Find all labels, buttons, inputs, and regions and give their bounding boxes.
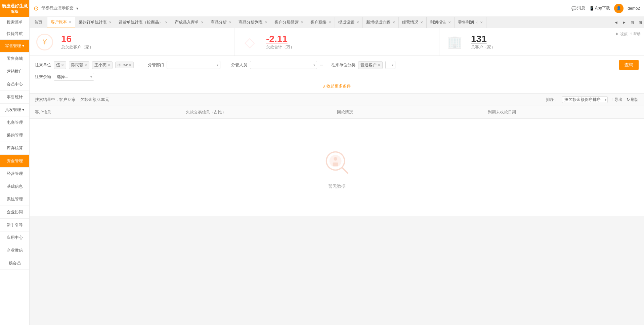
filter-tag-chen[interactable]: 陈民强 ✕ [69, 61, 89, 69]
stat-icon-debtors: ¥ [36, 34, 53, 50]
filter-person-wrapper [250, 61, 317, 69]
tab-close-new-promotion[interactable]: ✕ [392, 21, 395, 24]
tab-close-customer-segment[interactable]: ✕ [301, 21, 303, 24]
sidebar-logo: 畅捷通好生意 标版 [0, 0, 29, 17]
sidebar-item-retail-stats[interactable]: 零售统计 [0, 91, 29, 104]
tab-close-promotion-settings[interactable]: ✕ [356, 21, 359, 24]
filter-tag-wang[interactable]: 王小亮 ✕ [92, 61, 113, 69]
tab-product-analysis-list[interactable]: 商品分析列表 ✕ [235, 17, 271, 28]
sidebar-item-new-guide[interactable]: 新手引导 [0, 219, 29, 231]
stats-bar: ¥ 16 总欠款客户（家） ◇ -2.11 欠款合计（万） [30, 28, 644, 56]
filter-person-dots[interactable]: ··· [320, 63, 323, 67]
export-btn[interactable]: ↑ 导出 [612, 97, 622, 103]
sidebar-item-operation[interactable]: 经营管理 [0, 168, 29, 180]
stat-help-area: ▶ 视频 ? 帮助 [615, 32, 641, 37]
video-help-btn[interactable]: ▶ 视频 [615, 32, 628, 37]
filter-collapse-btn[interactable]: ∧ 收起更多条件 [323, 83, 351, 89]
tab-close-purchase-order[interactable]: ✕ [109, 21, 112, 24]
sidebar-item-member-center[interactable]: 会员中心 [0, 78, 29, 91]
tab-scroll-left[interactable]: ◀ [612, 17, 620, 28]
tab-customer-book[interactable]: 客户账本 ✕ [47, 17, 75, 28]
tab-operation-status[interactable]: 经营情况 ✕ [399, 17, 427, 28]
avatar[interactable]: 👤 [614, 4, 624, 13]
tab-scroll-right[interactable]: ▶ [620, 17, 628, 28]
th-debt-info: 欠款交易信息（占比） [186, 109, 337, 115]
result-bar: 搜索结果中，客户 0 家 欠款金额 0.00元 排序： 按欠款金额倒序排序 ↑ … [30, 94, 644, 106]
tab-home[interactable]: 首页 [30, 17, 47, 28]
tab-profit-report[interactable]: 利润报告 ✕ [427, 17, 455, 28]
filter-category-label: 往来单位分类 [331, 62, 355, 68]
tab-promotion-settings[interactable]: 提成设置 ✕ [335, 17, 363, 28]
sidebar-item-wholesale-manage[interactable]: 批发管理 ▾ [0, 104, 29, 116]
tab-purchase-order[interactable]: 采购订单统计表 ✕ [75, 17, 115, 28]
refresh-btn[interactable]: ↻ 刷新 [627, 97, 639, 103]
remove-tag-wang[interactable]: ✕ [108, 63, 110, 67]
question-icon: ? [630, 32, 632, 36]
svg-line-2 [342, 168, 347, 173]
sidebar-item-marketing[interactable]: 营销推广 [0, 65, 29, 78]
remove-tag-cjttcw[interactable]: ✕ [129, 63, 131, 67]
tab-maximize[interactable]: ⊞ [636, 17, 644, 28]
logo-text-top: 畅捷通好生意 [2, 3, 28, 9]
tab-product-inbound[interactable]: 产成品入库单 ✕ [171, 17, 207, 28]
remove-tag-chen[interactable]: ✕ [84, 63, 87, 67]
tab-new-promotion[interactable]: 新增提成方案 ✕ [363, 17, 399, 28]
topbar-dropdown-arrow[interactable]: ▾ [76, 6, 78, 11]
sidebar-item-retail-mall[interactable]: 零售商城 [0, 52, 29, 65]
sidebar-item-purchase[interactable]: 采购管理 [0, 129, 29, 142]
sort-select[interactable]: 按欠款金额倒序排序 [562, 96, 608, 103]
sidebar-item-pro-member[interactable]: 畅会员 [0, 257, 29, 270]
sidebar-item-enterprise-collab[interactable]: 企业协同 [0, 206, 29, 219]
tab-close-customer-contact[interactable]: ✕ [329, 21, 331, 24]
filter-query-button[interactable]: 查询 [619, 60, 639, 70]
filter-balance-select[interactable]: 选择... [54, 73, 94, 81]
tab-retail-profit[interactable]: 零售利润（ ✕ [455, 17, 486, 28]
question-help-btn[interactable]: ? 帮助 [630, 32, 641, 37]
sidebar-search-menu[interactable]: 搜索菜单 [0, 17, 29, 28]
tab-close-customer-book[interactable]: ✕ [69, 20, 72, 24]
sidebar-quick-nav[interactable]: 快捷导航 [0, 28, 29, 40]
th-expire-date: 到期未收款日期 [488, 109, 639, 115]
topbar-app-download[interactable]: 📱 App下载 [589, 5, 610, 11]
sidebar-item-enterprise-wechat[interactable]: 企业微信 [0, 244, 29, 257]
sidebar-item-inventory[interactable]: 库存核算 [0, 142, 29, 155]
topbar-message[interactable]: 💬 消息 [571, 5, 585, 11]
filter-bar: 往来单位 伍 ✕ 陈民强 ✕ 王小亮 ✕ cjttcw ✕ ... [30, 56, 644, 94]
topbar-industry: 母婴行业演示帐套 [41, 5, 74, 11]
tab-stock-stats[interactable]: 进货单统计表（按商品） ✕ [115, 17, 171, 28]
tab-minimize[interactable]: ⊟ [628, 17, 636, 28]
filter-tag-category[interactable]: 普通客户 ✕ [358, 61, 383, 69]
sidebar-item-finance[interactable]: 资金管理 [0, 155, 29, 168]
stat-icon-debt: ◇ [241, 34, 258, 50]
filter-more-tags[interactable]: ... [136, 63, 140, 67]
tab-close-product-inbound[interactable]: ✕ [201, 21, 204, 24]
tab-customer-segment[interactable]: 客户分层经营 ✕ [271, 17, 307, 28]
tab-close-profit-report[interactable]: ✕ [448, 21, 451, 24]
tab-close-operation-status[interactable]: ✕ [420, 21, 423, 24]
filter-category-select[interactable] [385, 61, 395, 69]
filter-collapse-row: ∧ 收起更多条件 [35, 83, 639, 89]
filter-dept-input[interactable] [167, 61, 220, 69]
tab-close-product-analysis[interactable]: ✕ [229, 21, 231, 24]
filter-category-wrapper [385, 61, 395, 69]
tab-close-retail-profit[interactable]: ✕ [480, 21, 483, 24]
filter-person-input[interactable] [250, 61, 317, 69]
remove-tag-category[interactable]: ✕ [378, 63, 380, 67]
sidebar-item-retail-manage[interactable]: 零售管理 ▾ [0, 40, 29, 52]
stat-total-debt: ◇ -2.11 欠款合计（万） [234, 28, 439, 56]
collapse-up-icon: ∧ [323, 84, 326, 89]
svg-point-3 [334, 157, 337, 161]
tab-customer-contact[interactable]: 客户联络 ✕ [307, 17, 335, 28]
tab-close-product-analysis-list[interactable]: ✕ [265, 21, 267, 24]
tab-close-stock-stats[interactable]: ✕ [165, 21, 168, 24]
filter-tag-cjttcw[interactable]: cjttcw ✕ [115, 62, 134, 68]
sidebar-item-ecommerce[interactable]: 电商管理 [0, 116, 29, 129]
sidebar-item-basic-info[interactable]: 基础信息 [0, 180, 29, 193]
result-actions: 排序： 按欠款金额倒序排序 ↑ 导出 ↻ 刷新 [546, 96, 639, 103]
sidebar-item-system[interactable]: 系统管理 [0, 193, 29, 206]
sidebar-item-app-center[interactable]: 应用中心 [0, 231, 29, 244]
tab-product-analysis[interactable]: 商品分析 ✕ [207, 17, 235, 28]
filter-tag-wu[interactable]: 伍 ✕ [54, 61, 66, 69]
remove-tag-wu[interactable]: ✕ [61, 63, 64, 67]
sidebar: 畅捷通好生意 标版 搜索菜单 快捷导航 零售管理 ▾ 零售商城 营销推广 会员中… [0, 0, 30, 325]
